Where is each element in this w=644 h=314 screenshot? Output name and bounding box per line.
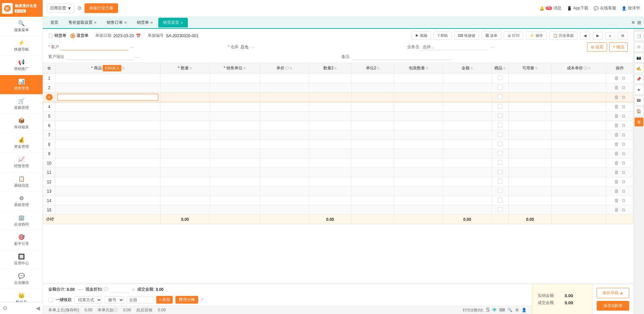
gift-checkbox[interactable]	[498, 198, 502, 202]
gift-cell[interactable]	[492, 168, 509, 177]
delete-icon[interactable]: 🗑	[614, 170, 619, 175]
price-help-icon[interactable]: ⓘ	[285, 66, 289, 71]
user2-icon[interactable]: 👤	[522, 308, 527, 312]
product-cell[interactable]	[55, 140, 161, 149]
product-cell[interactable]	[55, 130, 161, 140]
delete-icon[interactable]: 🗑	[614, 198, 619, 203]
qty2-cell[interactable]	[309, 205, 352, 215]
gift-checkbox[interactable]	[498, 104, 502, 109]
unit2-cell[interactable]	[352, 92, 394, 102]
price-cell[interactable]	[260, 205, 309, 215]
delete-icon[interactable]: 🗑	[614, 123, 619, 128]
copy-icon[interactable]: ⧉	[622, 113, 625, 119]
qty2-cell[interactable]	[309, 159, 352, 168]
product-cell[interactable]	[55, 205, 161, 215]
qty2-cell[interactable]	[309, 177, 352, 187]
draft-dropdown-icon[interactable]: ▲	[620, 291, 624, 295]
add-payment-btn[interactable]: + 添加	[156, 296, 173, 304]
video-btn[interactable]: ▶ 视频	[412, 32, 431, 40]
unit-cell[interactable]	[209, 112, 260, 121]
delete-icon[interactable]: 🗑	[614, 141, 619, 147]
gift-cell[interactable]	[492, 140, 509, 149]
qty-cell[interactable]	[161, 102, 209, 112]
gift-cell[interactable]	[492, 196, 509, 205]
avail-cell[interactable]	[509, 130, 551, 140]
logistics-button[interactable]: + 物流	[609, 43, 628, 52]
amount-cell[interactable]	[443, 159, 491, 168]
tab-return[interactable]: 销货退货 ✕	[158, 18, 188, 27]
amount-input[interactable]	[127, 297, 154, 303]
unit2-cell[interactable]	[352, 196, 394, 205]
amount-cell[interactable]	[443, 130, 491, 140]
avail-cell[interactable]	[509, 168, 551, 177]
price-cell[interactable]	[260, 196, 309, 205]
pack-cell[interactable]	[394, 149, 443, 159]
gift-checkbox[interactable]	[498, 151, 502, 155]
avail-cell[interactable]	[509, 121, 551, 130]
gift-cell[interactable]	[492, 159, 509, 168]
copy-icon[interactable]: ⧉	[622, 151, 625, 156]
gift-cell[interactable]	[492, 74, 509, 83]
calc-method-select[interactable]: 结算方式	[74, 296, 102, 304]
unit2-cell[interactable]	[352, 112, 394, 121]
delete-icon[interactable]: 🗑	[614, 104, 619, 109]
gift-cell[interactable]	[492, 149, 509, 159]
sort-avail-icon[interactable]: ⇅	[535, 66, 538, 70]
sidebar-item-wechat[interactable]: 💬企业微信	[0, 269, 43, 289]
amount-cell[interactable]	[443, 196, 491, 205]
warehouse-dots[interactable]: ···	[251, 45, 255, 50]
cost-cell[interactable]	[551, 92, 606, 102]
avail-cell[interactable]	[509, 205, 551, 215]
unit-cell[interactable]	[209, 130, 260, 140]
product-cell[interactable]	[55, 112, 161, 121]
th-gear[interactable]: ⚙	[43, 63, 55, 74]
qty-cell[interactable]	[161, 187, 209, 196]
note-input[interactable]	[352, 54, 452, 60]
unit-cell[interactable]	[209, 168, 260, 177]
gift-checkbox[interactable]	[498, 132, 502, 137]
cost-cell[interactable]	[551, 83, 606, 92]
unit2-cell[interactable]	[352, 159, 394, 168]
pack-cell[interactable]	[394, 177, 443, 187]
amount-cell[interactable]	[443, 205, 491, 215]
topbar-settings-btn[interactable]: ⚙	[77, 5, 82, 11]
grid-view-btn[interactable]: ⊞	[618, 32, 628, 40]
sidebar-item-operations[interactable]: 📈经营管理	[0, 153, 43, 172]
pack-cell[interactable]	[394, 159, 443, 168]
qty-cell[interactable]	[161, 196, 209, 205]
copy-icon[interactable]: ⧉	[622, 95, 625, 100]
save-draft-btn[interactable]: 保存草稿 ▲	[597, 288, 629, 298]
tab-goods-close[interactable]: ✕	[150, 21, 153, 24]
sort-cost-icon[interactable]: ⇅	[588, 66, 591, 70]
avail-cell[interactable]	[509, 74, 551, 83]
product-cell[interactable]	[55, 83, 161, 92]
search2-icon[interactable]: 🔍	[507, 308, 513, 312]
qty2-cell[interactable]	[309, 149, 352, 159]
amount-cell[interactable]	[443, 112, 491, 121]
unit2-cell[interactable]	[352, 205, 394, 215]
delete-icon[interactable]: 🗑	[614, 151, 619, 156]
price-cell[interactable]	[260, 130, 309, 140]
unit-cell[interactable]	[209, 205, 260, 215]
amount-cell[interactable]	[443, 187, 491, 196]
industry-select[interactable]: 日用百货 ▼	[47, 4, 74, 13]
qty-cell[interactable]	[161, 130, 209, 140]
pack-cell[interactable]	[394, 130, 443, 140]
unit-cell[interactable]	[209, 74, 260, 83]
price-cell[interactable]	[260, 149, 309, 159]
account-select[interactable]: 账号	[105, 296, 124, 304]
unit-cell[interactable]	[209, 121, 260, 130]
gift-cell[interactable]	[492, 112, 509, 121]
address-input[interactable]	[66, 54, 133, 60]
sort-unit2-icon[interactable]: ⇅	[377, 66, 380, 70]
copy-icon[interactable]: ⧉	[622, 188, 625, 194]
sidebar-item-inventory[interactable]: 📦库存核算	[0, 114, 43, 133]
unit2-cell[interactable]	[352, 121, 394, 130]
gift-cell[interactable]	[492, 187, 509, 196]
radio-sales[interactable]: 销货单	[48, 33, 66, 39]
unit-cell[interactable]	[209, 83, 260, 92]
copy-icon[interactable]: ⧉	[622, 160, 625, 166]
tab-order-close[interactable]: ✕	[124, 21, 127, 24]
price-cell[interactable]	[260, 168, 309, 177]
qty-cell[interactable]	[161, 168, 209, 177]
